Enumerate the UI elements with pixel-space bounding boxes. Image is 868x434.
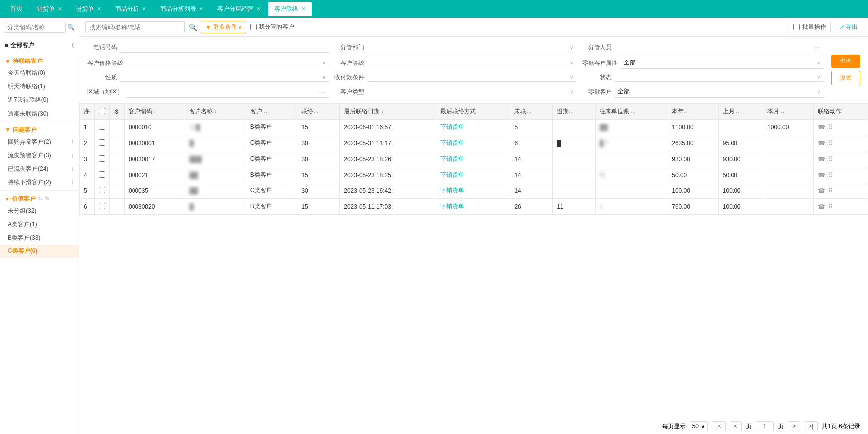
filter-region-dots[interactable]: ···: [320, 88, 326, 96]
cell-last-method[interactable]: 下销货单: [436, 199, 510, 215]
cell-last-method[interactable]: 下销货单: [436, 135, 510, 151]
refresh-icon[interactable]: ↻: [38, 195, 43, 202]
edit-icon[interactable]: ✎: [45, 195, 50, 202]
close-icon[interactable]: ✕: [142, 6, 146, 12]
my-customers-checkbox-input[interactable]: [250, 24, 257, 30]
cell-checkbox[interactable]: [95, 120, 110, 135]
filter-customer-grade-select[interactable]: ∨: [367, 59, 576, 67]
sidebar-item-churned[interactable]: 已流失客户(24)ℹ: [0, 162, 79, 176]
collapse-icon[interactable]: 《: [69, 42, 74, 49]
info-icon[interactable]: ℹ: [72, 165, 74, 173]
grid-icon[interactable]: ⠿: [828, 203, 833, 210]
sidebar-item-7days[interactable]: 近7天待联络(0): [0, 93, 79, 107]
info-icon[interactable]: ℹ: [72, 138, 74, 146]
info-icon[interactable]: ℹ: [72, 152, 74, 160]
search-icon[interactable]: 🔍: [67, 24, 75, 31]
sidebar-item-typeC[interactable]: C类客户(6): [0, 245, 79, 258]
cell-action[interactable]: ☎ ⠿: [813, 199, 868, 215]
cell-action[interactable]: ☎ ⠿: [813, 183, 868, 199]
filter-more-button[interactable]: ▼ 更多条件 ∧: [201, 21, 246, 33]
nav-tab-productanalysislist[interactable]: 商品分析列表✕: [154, 2, 209, 16]
first-page-button[interactable]: |<: [712, 421, 726, 431]
grid-icon[interactable]: ⠿: [828, 156, 833, 163]
call-icon[interactable]: ☎: [818, 203, 825, 210]
call-icon[interactable]: ☎: [818, 172, 825, 179]
call-icon[interactable]: ☎: [818, 124, 825, 131]
grid-icon[interactable]: ⠿: [828, 172, 833, 179]
gear-icon[interactable]: ⚙: [114, 108, 119, 115]
grid-icon[interactable]: ⠿: [828, 140, 833, 147]
setup-button[interactable]: 设置: [831, 71, 860, 85]
cell-last-method[interactable]: 下销货单: [436, 183, 510, 199]
cell-action[interactable]: ☎ ⠿: [813, 120, 868, 135]
main-search-input[interactable]: [85, 21, 185, 33]
col-code[interactable]: 客户编码: [125, 104, 185, 120]
col-checkbox[interactable]: [95, 104, 110, 120]
row-checkbox[interactable]: [99, 124, 105, 130]
query-button[interactable]: 查询: [831, 55, 860, 68]
cell-last-method[interactable]: 下销货单: [436, 167, 510, 183]
cell-checkbox[interactable]: [95, 167, 110, 183]
sidebar-item-overdue[interactable]: 逾期未联络(30): [0, 107, 79, 121]
row-checkbox[interactable]: [99, 171, 105, 178]
row-checkbox[interactable]: [99, 155, 105, 162]
sidebar-item-unclassified[interactable]: 未分组(32): [0, 204, 79, 218]
method-link[interactable]: 下销货单: [440, 203, 464, 210]
cell-checkbox[interactable]: [95, 183, 110, 199]
filter-customer-type-select[interactable]: ∨: [367, 87, 576, 96]
info-icon[interactable]: ℹ: [72, 179, 74, 186]
filter-nature-select[interactable]: ∨: [120, 73, 329, 82]
grid-icon[interactable]: ⠿: [828, 187, 833, 194]
nav-tab-customerlayer[interactable]: 客户分层经营✕: [211, 2, 267, 16]
select-all-checkbox[interactable]: [99, 108, 105, 114]
cell-action[interactable]: ☎ ⠿: [813, 151, 868, 167]
method-link[interactable]: 下销货单: [440, 171, 464, 178]
filter-phone-input[interactable]: [120, 42, 329, 53]
cell-action[interactable]: ☎ ⠿: [813, 167, 868, 183]
call-icon[interactable]: ☎: [818, 156, 825, 163]
batch-operation-button[interactable]: 批量操作: [789, 21, 831, 33]
next-page-button[interactable]: >: [788, 421, 800, 431]
method-link[interactable]: 下销货单: [440, 139, 464, 146]
sidebar-item-declining[interactable]: 持续下滑客户(2)ℹ: [0, 176, 79, 189]
filter-retail-attr-select[interactable]: 全部 ∨: [621, 57, 823, 69]
row-checkbox[interactable]: [99, 139, 105, 146]
call-icon[interactable]: ☎: [818, 187, 825, 194]
grid-icon[interactable]: ⠿: [828, 124, 833, 131]
sidebar-item-tomorrow[interactable]: 明天待联络(1): [0, 80, 79, 93]
export-button[interactable]: ↗ 导出: [835, 21, 862, 33]
page-number-input[interactable]: [756, 421, 774, 431]
row-checkbox[interactable]: [99, 203, 105, 209]
close-icon[interactable]: ✕: [97, 6, 101, 12]
last-page-button[interactable]: >|: [804, 421, 818, 431]
cell-checkbox[interactable]: [95, 135, 110, 151]
method-link[interactable]: 下销货单: [440, 155, 464, 162]
close-icon[interactable]: ✕: [256, 6, 261, 12]
nav-home[interactable]: 首页: [4, 1, 29, 16]
col-last-date[interactable]: 最后联络日期: [340, 104, 436, 120]
method-link[interactable]: 下销货单: [440, 124, 464, 130]
col-name[interactable]: 客户名称: [185, 104, 246, 120]
nav-tab-customercontact[interactable]: 客户联络✕: [268, 2, 312, 16]
filter-price-grade-select[interactable]: ∨: [126, 59, 329, 67]
filter-dept-select[interactable]: ∨: [367, 43, 576, 52]
close-icon[interactable]: ✕: [199, 6, 203, 12]
method-link[interactable]: 下销货单: [440, 187, 464, 194]
search-button[interactable]: 🔍: [189, 23, 197, 31]
close-icon[interactable]: ✕: [301, 6, 306, 12]
sidebar-item-typeB[interactable]: B类客户(33): [0, 231, 79, 245]
sidebar-item-repurchase-abnormal[interactable]: 回购异常客户(2)ℹ: [0, 135, 79, 149]
sidebar-item-today[interactable]: 今天待联络(0): [0, 66, 79, 80]
filter-status-select[interactable]: ∨: [615, 73, 823, 82]
cell-last-method[interactable]: 下销货单: [436, 120, 510, 135]
call-icon[interactable]: ☎: [818, 140, 825, 147]
cell-checkbox[interactable]: [95, 199, 110, 215]
sidebar-item-churn-warning[interactable]: 流失预警客户(3)ℹ: [0, 149, 79, 162]
filter-person-dots[interactable]: ···: [814, 43, 820, 51]
cell-last-method[interactable]: 下销货单: [436, 151, 510, 167]
nav-tab-productanalysis[interactable]: 商品分析✕: [109, 2, 152, 16]
filter-retail-customer-select[interactable]: 全部 ∨: [615, 86, 823, 98]
row-checkbox[interactable]: [99, 187, 105, 193]
prev-page-button[interactable]: <: [730, 421, 742, 431]
sidebar-search-input[interactable]: [4, 22, 66, 33]
